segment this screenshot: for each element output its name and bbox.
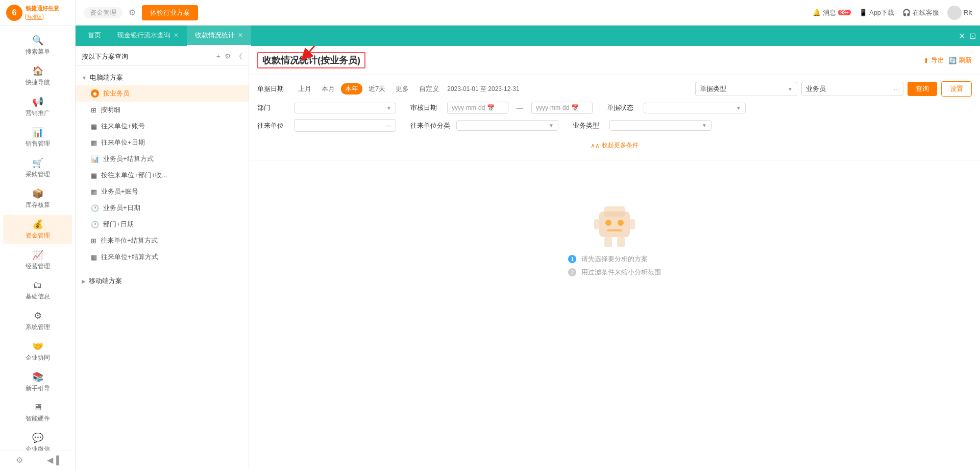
date-tabs: 上月 本月 本年 近7天 更多 自定义 2023-01-01 至 2023-12… [294,83,520,95]
tree-item-partner-date[interactable]: ▦ 往来单位+日期 [76,134,249,151]
logo-area: 6 畅捷通好生意 标准版 [0,0,75,26]
sidebar-item-collab[interactable]: 🤝 企业协同 [3,337,72,366]
sidebar-item-finance[interactable]: 💰 资金管理 [3,215,72,244]
setting-button[interactable]: 设置 [941,81,972,97]
headset-icon: 🎧 [902,9,911,16]
sidebar-item-guide[interactable]: 📚 新手引导 [3,367,72,397]
review-date-to[interactable]: yyyy-mm-dd 📅 [531,102,593,114]
panel-collapse-btn[interactable]: 《 [235,52,242,61]
tree-item-staff-date[interactable]: 🕐 业务员+日期 [76,200,249,216]
voucher-status-select[interactable]: ▼ [644,103,746,113]
date-tab-last-month[interactable]: 上月 [294,83,315,95]
tab-home[interactable]: 首页 [80,26,109,46]
date-tab-this-year[interactable]: 本年 [341,83,362,95]
svg-rect-4 [607,229,622,231]
biz-type-label: 业务类型 [573,121,603,130]
search-icon: 🔍 [32,35,43,46]
sidebar-bottom: ⚙ ◀▐ [0,451,75,469]
query-button[interactable]: 查询 [908,82,937,96]
partner-label: 往来单位 [257,121,288,130]
tree-item-partner-account[interactable]: ▦ 往来单位+账号 [76,118,249,134]
tree-item-by-staff[interactable]: ⏺ 按业务员 [76,85,249,102]
tree-item-label: 往来单位+结算方式 [101,236,158,245]
sidebar-item-basic[interactable]: 🗂 基础信息 [3,276,72,305]
tab-receipt[interactable]: 收款情况统计 ✕ [187,26,251,46]
sidebar-collapse-btn[interactable]: ◀▐ [47,455,59,465]
sidebar-item-system[interactable]: ⚙ 系统管理 [3,306,72,336]
partner-select[interactable]: ··· [294,119,396,132]
voucher-type-select[interactable]: 单据类型 ▼ [695,82,797,96]
tab-bank-close[interactable]: ✕ [174,32,179,39]
tree-item-partner-settle1[interactable]: ⊞ 往来单位+结算方式 [76,232,249,249]
svg-rect-7 [604,237,612,247]
handshake-icon: 🤝 [32,341,43,352]
sidebar-item-hardware[interactable]: 🖥 智能硬件 [3,398,72,427]
empty-state: 1 请先选择要分析的方案 2 用过滤条件来缩小分析范围 [249,160,980,469]
partner-category-select[interactable]: ▼ [456,120,558,131]
app-download-label: App下载 [869,8,894,17]
user-avatar-area[interactable]: Rit [947,6,972,20]
dept-label: 部门 [257,103,288,112]
sidebar-item-label: 企业微信 [26,445,50,451]
sidebar-item-search[interactable]: 🔍 搜索菜单 [3,31,72,60]
notifications-button[interactable]: 🔔 消息 99+ [813,8,851,17]
sidebar-item-purchase[interactable]: 🛒 采购管理 [3,153,72,183]
voucher-type-chevron: ▼ [788,86,793,92]
tree-item-by-detail[interactable]: ⊞ 按明细 [76,102,249,118]
sidebar-item-marketing[interactable]: 📢 营销推广 [3,92,72,122]
refresh-button[interactable]: 🔄 刷新 [948,56,972,65]
panel-gear-btn[interactable]: ⚙ [225,52,231,61]
tab-receipt-close[interactable]: ✕ [238,32,243,39]
sidebar-item-label: 资金管理 [26,231,50,240]
panel-title: 按以下方案查询 [82,52,216,61]
review-date-from[interactable]: yyyy-mm-dd 📅 [447,102,508,114]
partner-more[interactable]: ··· [386,122,391,129]
voucher-type-label: 单据类型 [700,84,786,93]
svg-rect-8 [617,237,625,247]
customer-service-button[interactable]: 🎧 在线客服 [902,8,939,17]
sidebar-item-wechat[interactable]: 💬 企业微信 [3,428,72,451]
staff-more[interactable]: ··· [893,85,899,93]
sidebar-item-inventory[interactable]: 📦 库存核算 [3,184,72,214]
sidebar-item-sales[interactable]: 📊 销售管理 [3,123,72,152]
tree-desktop-header[interactable]: ▼ 电脑端方案 [76,70,249,85]
app-download-button[interactable]: 📱 App下载 [859,8,894,17]
staff-label: 业务员 [806,84,893,93]
sidebar-item-label: 库存核算 [26,201,50,209]
tree-item-staff-account[interactable]: ▦ 业务员+账号 [76,183,249,200]
trial-button[interactable]: 体验行业方案 [142,5,198,20]
chat-icon: 💬 [32,432,43,443]
tree-item-partner-dept[interactable]: ▦ 按往来单位+部门+收... [76,167,249,183]
panel-add-btn[interactable]: + [216,52,220,61]
tree-item-dept-date[interactable]: 🕐 部门+日期 [76,216,249,232]
staff-select[interactable]: 业务员 ··· [801,82,903,96]
svg-rect-1 [604,206,625,217]
sidebar-item-operation[interactable]: 📈 经营管理 [3,245,72,275]
sidebar-settings-btn[interactable]: ⚙ [16,455,23,465]
sidebar-item-quicknav[interactable]: 🏠 快捷导航 [3,61,72,91]
header-gear-icon[interactable]: ⚙ [129,8,136,17]
tab-close-all-btn[interactable]: ✕ [959,31,965,41]
tree-item-partner-settle2[interactable]: ▦ 往来单位+结算方式 [76,249,249,265]
date-tab-7days[interactable]: 近7天 [364,83,389,95]
date-range-display: 2023-01-01 至 2023-12-31 [447,85,519,93]
collapse-conditions-btn[interactable]: ∧∧ 收起更多条件 [257,137,972,154]
table-icon: ▦ [91,123,97,130]
date-tab-more[interactable]: 更多 [391,83,413,95]
customer-service-label: 在线客服 [913,8,939,17]
tree-item-label: 往来单位+结算方式 [101,252,158,262]
tree-item-staff-settle[interactable]: 📊 业务员+结算方式 [76,151,249,167]
tab-maximize-btn[interactable]: ⊡ [969,31,976,41]
money-icon: 💰 [32,219,43,230]
biz-type-select[interactable]: ▼ [609,120,712,131]
export-button[interactable]: ⬆ 导出 [923,56,944,65]
dept-select[interactable]: ▼ [294,103,396,113]
tree-mobile-header[interactable]: ▶ 移动端方案 [76,273,249,289]
date-tab-this-month[interactable]: 本月 [317,83,339,95]
table2-icon: ▦ [91,139,97,147]
sidebar-nav: 🔍 搜索菜单 🏠 快捷导航 📢 营销推广 📊 销售管理 🛒 采购管理 📦 库存核… [0,26,75,451]
tree-item-label: 部门+日期 [103,220,134,229]
date-tab-custom[interactable]: 自定义 [415,83,443,95]
tab-bank[interactable]: 现金银行流水查询 ✕ [109,26,187,46]
sidebar-item-label: 智能硬件 [26,414,50,423]
